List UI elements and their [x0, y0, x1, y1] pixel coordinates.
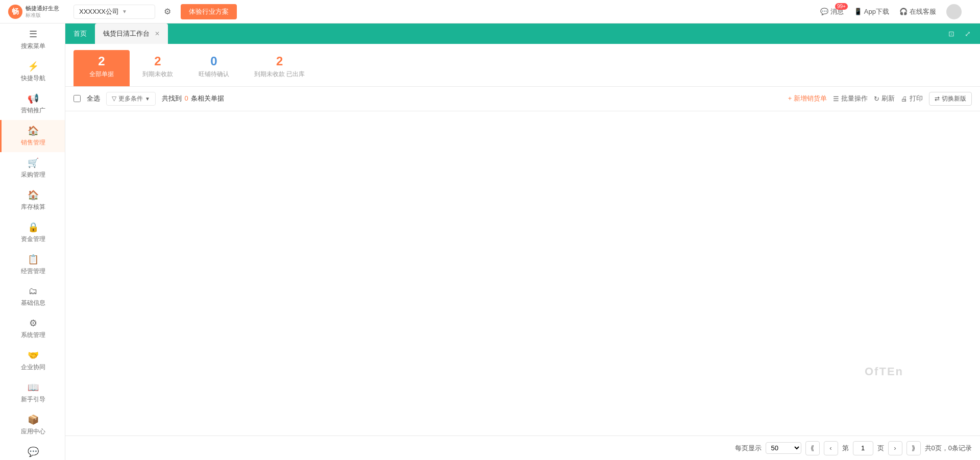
operations-icon: 📋	[28, 254, 39, 265]
refresh-button[interactable]: ↻ 刷新	[874, 94, 895, 103]
app-download-label: App下载	[864, 7, 889, 16]
sidebar-item-cooperation[interactable]: 🤝 企业协同	[0, 345, 65, 377]
prev-page-button[interactable]: ‹	[824, 441, 838, 455]
found-suffix: 条相关单据	[191, 94, 224, 102]
tab-workbench[interactable]: 钱货日清工作台 ✕	[95, 23, 168, 44]
sidebar-item-app-center[interactable]: 📦 应用中心	[0, 409, 65, 441]
select-all-checkbox[interactable]	[74, 95, 81, 102]
app-download-button[interactable]: 📱 App下载	[854, 7, 889, 16]
stat-tab-overdue-unpaid[interactable]: 2 到期未收款	[130, 50, 186, 86]
toolbar: 全选 ▽ 更多条件 ▼ 共找到 0 条相关单据 + 新增销货单 ☰ 批量操作	[65, 87, 980, 111]
main-content: 首页 钱货日清工作台 ✕ ⊡ ⤢ 2 全部单据 2 到期未收款	[65, 23, 980, 460]
stat-tab-all[interactable]: 2 全部单据	[74, 50, 130, 86]
filter-button[interactable]: ▽ 更多条件 ▼	[106, 92, 156, 106]
app-download-icon: 📱	[854, 8, 862, 15]
sidebar-item-sales[interactable]: 🏠 销售管理	[0, 120, 65, 152]
sidebar-label-marketing: 营销推广	[21, 106, 45, 115]
app-center-icon: 📦	[28, 414, 39, 425]
sidebar-item-wechat[interactable]: 💬 企业微信	[0, 441, 65, 460]
stat-label-wangpu: 旺铺待确认	[199, 70, 229, 79]
basic-info-icon: 🗂	[29, 286, 38, 297]
sidebar-label-quick-nav: 快捷导航	[21, 74, 45, 83]
guide-icon: 📖	[28, 382, 39, 393]
pagination-bar: 每页显示 50 20 100 ⟪ ‹ 第 页 › ⟫ 共0页，0条记录	[65, 435, 980, 460]
tab-home[interactable]: 首页	[65, 23, 95, 44]
table-area	[65, 111, 980, 435]
sidebar-item-system[interactable]: ⚙ 系统管理	[0, 312, 65, 345]
sidebar-label-app-center: 应用中心	[21, 427, 45, 436]
wechat-icon: 💬	[28, 446, 39, 457]
last-page-button[interactable]: ⟫	[906, 441, 921, 455]
sidebar-item-operations[interactable]: 📋 经营管理	[0, 249, 65, 281]
settings-icon[interactable]: ⚙	[159, 4, 176, 20]
sidebar-label-sales: 销售管理	[21, 138, 45, 147]
switch-icon: ⇄	[935, 95, 940, 102]
sidebar-label-basic-info: 基础信息	[21, 299, 45, 307]
batch-label: 批量操作	[841, 94, 868, 103]
top-header: 畅 畅捷通好生意 标准版 XXXXXX公司 ▼ ⚙ 体验行业方案 💬 消息 99…	[0, 0, 980, 23]
per-page-label: 每页显示	[735, 444, 762, 453]
filter-label: 更多条件	[118, 94, 143, 103]
print-button[interactable]: 🖨 打印	[901, 94, 923, 103]
sidebar-item-guide[interactable]: 📖 新手引导	[0, 377, 65, 409]
sidebar-item-inventory[interactable]: 🏠 库存核算	[0, 184, 65, 216]
stat-tab-overdue-unshipped[interactable]: 2 到期未收款 已出库	[242, 50, 317, 86]
next-page-button[interactable]: ›	[888, 441, 902, 455]
switch-version-button[interactable]: ⇄ 切换新版	[929, 92, 972, 106]
inventory-icon: 🏠	[28, 189, 39, 201]
sidebar-item-funds[interactable]: 🔒 资金管理	[0, 216, 65, 249]
stat-label-all: 全部单据	[89, 70, 114, 79]
stat-num-overdue-unpaid: 2	[154, 54, 161, 69]
cooperation-icon: 🤝	[28, 350, 39, 361]
chevron-down-icon: ▼	[122, 9, 127, 14]
funds-icon: 🔒	[28, 222, 39, 233]
print-label: 打印	[910, 94, 923, 103]
tab-actions: ⊡ ⤢	[945, 28, 980, 40]
stats-tabs: 2 全部单据 2 到期未收款 0 旺铺待确认 2 到期未收款 已出库	[65, 44, 980, 87]
sidebar-item-marketing[interactable]: 📢 营销推广	[0, 88, 65, 120]
page-label: 第	[842, 444, 849, 453]
switch-label: 切换新版	[942, 94, 966, 103]
stat-label-overdue-unpaid: 到期未收款	[142, 70, 173, 79]
batch-operation-button[interactable]: ☰ 批量操作	[833, 94, 868, 103]
per-page-select[interactable]: 50 20 100	[766, 442, 801, 454]
stat-label-overdue-unshipped: 到期未收款 已出库	[254, 70, 305, 79]
system-icon: ⚙	[29, 318, 37, 329]
quick-nav-icon: ⚡	[28, 61, 39, 72]
avatar[interactable]	[946, 4, 962, 19]
online-service-icon: 🎧	[899, 8, 908, 15]
first-page-button[interactable]: ⟪	[805, 441, 820, 455]
company-name: XXXXXX公司	[79, 7, 119, 16]
sidebar: ☰ 搜索菜单 ⚡ 快捷导航 📢 营销推广 🏠 销售管理 🛒 采购管理 🏠 库存核…	[0, 23, 65, 460]
search-icon: ☰	[29, 29, 37, 40]
layout: ☰ 搜索菜单 ⚡ 快捷导航 📢 营销推广 🏠 销售管理 🛒 采购管理 🏠 库存核…	[0, 23, 980, 460]
marketing-icon: 📢	[28, 93, 39, 104]
sidebar-label-purchase: 采购管理	[21, 171, 45, 179]
message-button[interactable]: 💬 消息 99+	[820, 7, 844, 16]
found-text: 共找到 0 条相关单据	[162, 94, 224, 103]
sidebar-item-basic-info[interactable]: 🗂 基础信息	[0, 281, 65, 312]
sidebar-label-cooperation: 企业协同	[21, 363, 45, 372]
sidebar-label-inventory: 库存核算	[21, 203, 45, 211]
experience-button[interactable]: 体验行业方案	[181, 4, 237, 19]
company-selector[interactable]: XXXXXX公司 ▼	[74, 5, 155, 19]
online-service-button[interactable]: 🎧 在线客服	[899, 7, 936, 16]
page-number-input[interactable]	[853, 441, 873, 455]
tab-close-icon[interactable]: ✕	[155, 30, 160, 37]
tab-restore-button[interactable]: ⊡	[945, 28, 958, 40]
found-prefix: 共找到	[162, 94, 182, 102]
sidebar-label-guide: 新手引导	[21, 395, 45, 404]
sidebar-item-search[interactable]: ☰ 搜索菜单	[0, 23, 65, 56]
add-sales-order-button[interactable]: + 新增销货单	[788, 94, 827, 103]
stat-num-wangpu: 0	[210, 54, 217, 69]
sidebar-label-operations: 经营管理	[21, 267, 45, 276]
tab-maximize-button[interactable]: ⤢	[962, 28, 974, 40]
sidebar-item-purchase[interactable]: 🛒 采购管理	[0, 152, 65, 184]
filter-chevron-icon: ▼	[145, 96, 150, 102]
refresh-icon: ↻	[874, 95, 879, 103]
filter-icon: ▽	[112, 95, 116, 102]
header-right: 💬 消息 99+ 📱 App下载 🎧 在线客服	[820, 4, 972, 19]
refresh-label: 刷新	[881, 94, 895, 103]
sidebar-item-quick-nav[interactable]: ⚡ 快捷导航	[0, 56, 65, 88]
stat-tab-wangpu[interactable]: 0 旺铺待确认	[186, 50, 242, 86]
